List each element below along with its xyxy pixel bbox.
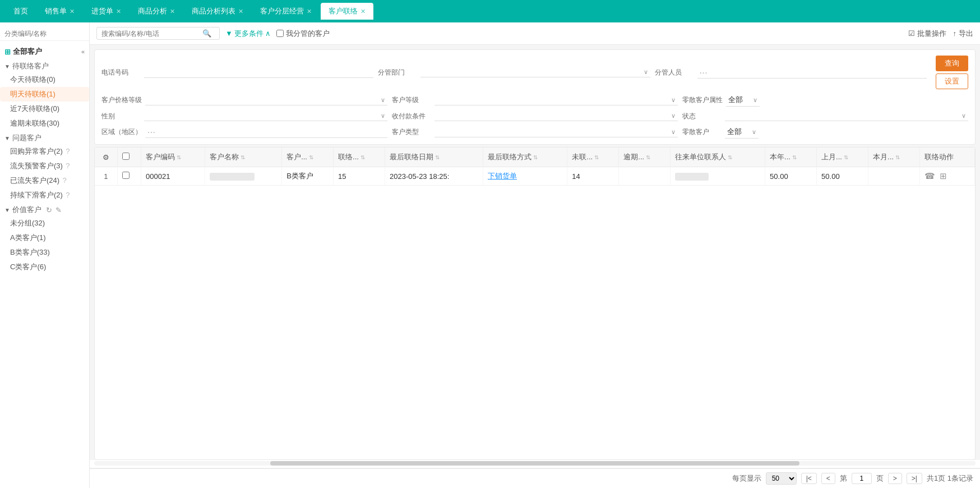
more-filter-button[interactable]: ▼ 更多条件 ∧ — [225, 29, 271, 39]
chevron-up-icon: ∧ — [265, 29, 271, 38]
value-group-label: ▼ 价值客户 ↻ ✎ — [0, 202, 89, 216]
scrollbar-track[interactable] — [94, 461, 976, 466]
th-unit-contact[interactable]: 往来单位联系人 ⇅ — [671, 148, 765, 167]
phone-action-icon[interactable]: ☎ — [924, 171, 935, 181]
sidebar-item-b-class[interactable]: B类客户(33) — [0, 245, 89, 260]
close-icon[interactable]: ✕ — [360, 8, 366, 15]
sidebar-item-churn-warning[interactable]: 流失预警客户(3) ? — [0, 159, 89, 173]
th-last-contact-date[interactable]: 最后联络日期 ⇅ — [385, 148, 483, 167]
td-current-year: 50.00 — [765, 167, 817, 186]
status-select[interactable]: ∨ — [725, 111, 968, 121]
td-customer-code: 000021 — [141, 167, 205, 186]
region-select[interactable]: ··· — [145, 126, 387, 138]
sidebar-item-today[interactable]: 今天待联络(0) — [0, 72, 89, 87]
th-this-month[interactable]: 本月... ⇅ — [868, 148, 920, 167]
td-last-contact-method[interactable]: 下销货单 — [483, 167, 567, 186]
th-last-month[interactable]: 上月... ⇅ — [817, 148, 868, 167]
payment-select[interactable]: ∨ — [434, 111, 678, 121]
phone-input[interactable] — [144, 67, 373, 78]
customer-type-select[interactable]: ∨ — [434, 127, 678, 137]
export-button[interactable]: ↑ 导出 — [953, 29, 974, 39]
refresh-icon[interactable]: ↻ — [46, 206, 52, 214]
th-settings[interactable]: ⚙ — [95, 148, 117, 167]
th-customer-code[interactable]: 客户编码 ⇅ — [141, 148, 205, 167]
nav-sales-order[interactable]: 销售单 ✕ — [37, 3, 82, 20]
retail-attr-select[interactable]: 全部 ∨ — [726, 94, 760, 107]
sort-icon: ⇅ — [844, 154, 848, 160]
sidebar-item-c-class[interactable]: C类客户(6) — [0, 260, 89, 274]
td-unit-contact — [671, 167, 765, 186]
filter-row-3: 性别 ∨ 收付款条件 ∨ 状态 ∨ — [101, 111, 968, 121]
filter-item-region: 区域（地区） ··· — [101, 126, 387, 138]
sidebar-item-a-class[interactable]: A类客户(1) — [0, 231, 89, 245]
close-icon[interactable]: ✕ — [170, 8, 175, 15]
th-overdue[interactable]: 逾期... ⇅ — [619, 148, 671, 167]
dept-select[interactable]: ∨ — [420, 67, 650, 77]
customer-level-select[interactable]: ∨ — [434, 95, 678, 105]
row-checkbox[interactable] — [122, 172, 130, 179]
last-page-btn[interactable]: >| — [907, 473, 922, 484]
filter-panel: 电话号码 分管部门 ∨ 分管人员 ··· — [94, 49, 976, 145]
filter-item-dept: 分管部门 ∨ — [378, 67, 650, 77]
scrollbar-thumb[interactable] — [270, 461, 799, 466]
my-customer-checkbox-wrap[interactable]: 我分管的客户 — [276, 29, 330, 39]
filter-row-1: 电话号码 分管部门 ∨ 分管人员 ··· — [101, 56, 968, 89]
nav-home[interactable]: 首页 — [6, 3, 36, 20]
qr-action-icon[interactable]: ⊞ — [940, 171, 947, 181]
nav-product-analysis-list[interactable]: 商品分析列表 ✕ — [184, 3, 251, 20]
td-customer-name — [205, 167, 282, 186]
sidebar-item-repurchase-abnormal[interactable]: 回购异常客户(2) ? — [0, 144, 89, 159]
setting-button[interactable]: 设置 — [936, 73, 968, 89]
sidebar-item-7days[interactable]: 近7天待联络(0) — [0, 102, 89, 116]
gear-icon[interactable]: ⚙ — [103, 153, 109, 162]
th-current-year[interactable]: 本年... ⇅ — [765, 148, 817, 167]
td-last-month: 50.00 — [817, 167, 868, 186]
sidebar-item-overdue[interactable]: 逾期未联络(30) — [0, 116, 89, 131]
retail-customer-select[interactable]: 全部 ∨ — [725, 126, 759, 139]
sort-icon: ⇅ — [646, 154, 650, 160]
page-number-input[interactable] — [852, 473, 872, 484]
sort-icon: ⇅ — [241, 154, 245, 160]
sidebar-search-input[interactable] — [4, 30, 89, 38]
nav-customer-segment[interactable]: 客户分层经营 ✕ — [252, 3, 320, 20]
close-icon[interactable]: ✕ — [307, 8, 312, 15]
person-select[interactable]: ··· — [697, 67, 927, 79]
customer-table: ⚙ 客户编码 ⇅ 客户名称 — [95, 148, 975, 186]
sort-icon: ⇅ — [728, 154, 732, 160]
td-last-contact-date: 2023-05-23 18:25: — [385, 167, 483, 186]
edit-icon[interactable]: ✎ — [56, 206, 62, 214]
price-level-select[interactable]: ∨ — [145, 95, 387, 105]
filter-zone: 电话号码 分管部门 ∨ 分管人员 ··· — [90, 45, 980, 147]
th-customer-name[interactable]: 客户名称 ⇅ — [205, 148, 282, 167]
chevron-down-icon: ∨ — [671, 128, 676, 136]
nav-product-analysis[interactable]: 商品分析 ✕ — [130, 3, 183, 20]
prev-page-button[interactable]: |< — [801, 473, 817, 484]
batch-button[interactable]: ☑ 批量操作 — [908, 29, 946, 39]
search-icon[interactable]: 🔍 — [202, 29, 211, 38]
close-icon[interactable]: ✕ — [238, 8, 243, 15]
close-icon[interactable]: ✕ — [70, 8, 75, 15]
next-page-btn[interactable]: > — [888, 473, 902, 484]
filter-row-4: 区域（地区） ··· 客户类型 ∨ 零散客户 全部 — [101, 126, 968, 139]
close-icon[interactable]: ✕ — [116, 8, 121, 15]
th-contact-count[interactable]: 联络... ⇅ — [334, 148, 385, 167]
all-customers-header[interactable]: ⊞ 全部客户 « — [0, 44, 89, 59]
sidebar-item-churned[interactable]: 已流失客户(24) ? — [0, 173, 89, 188]
th-last-contact-method[interactable]: 最后联络方式 ⇅ — [483, 148, 567, 167]
gender-select[interactable]: ∨ — [144, 111, 387, 121]
nav-purchase-order[interactable]: 进货单 ✕ — [84, 3, 129, 20]
prev-page-btn[interactable]: < — [821, 473, 835, 484]
search-input[interactable] — [101, 30, 202, 38]
my-customer-checkbox[interactable] — [276, 30, 284, 37]
sidebar-item-ungrouped[interactable]: 未分组(32) — [0, 216, 89, 231]
td-num: 1 — [95, 167, 117, 186]
th-customer-type[interactable]: 客户... ⇅ — [282, 148, 334, 167]
per-page-select[interactable]: 50 100 200 — [766, 472, 797, 485]
select-all-checkbox[interactable] — [122, 153, 130, 160]
sidebar-item-declining[interactable]: 持续下滑客户(2) ? — [0, 188, 89, 202]
query-button[interactable]: 查询 — [936, 56, 968, 71]
toolbar-right: ☑ 批量操作 ↑ 导出 — [908, 29, 974, 39]
sidebar-item-tomorrow[interactable]: 明天待联络(1) — [0, 87, 89, 102]
th-uncontact[interactable]: 未联... ⇅ — [567, 148, 619, 167]
nav-customer-contact[interactable]: 客户联络 ✕ — [321, 3, 373, 20]
